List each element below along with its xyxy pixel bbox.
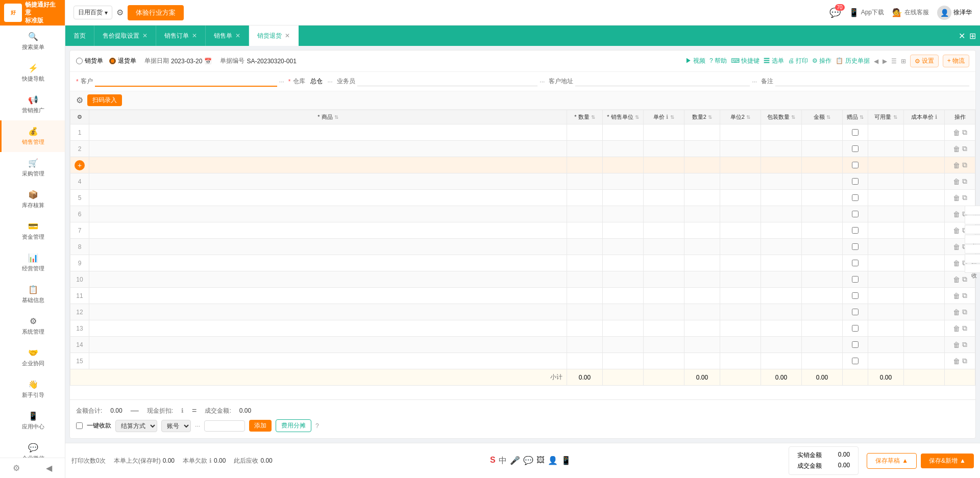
gift-check-12[interactable] xyxy=(852,309,859,315)
cell-product-9[interactable] xyxy=(89,255,567,271)
cell-price-5[interactable] xyxy=(643,190,684,206)
cell-unit2-6[interactable] xyxy=(720,206,761,222)
radio-return[interactable]: 退货单 xyxy=(109,57,136,65)
cell-amount-11[interactable] xyxy=(801,288,842,304)
warehouse-dots[interactable]: ··· xyxy=(328,78,333,85)
copy-icon-4[interactable]: ⧉ xyxy=(962,177,967,186)
fee-help-icon[interactable]: ? xyxy=(315,422,319,430)
cell-product-2[interactable] xyxy=(89,141,567,157)
sidebar-item-11[interactable]: 👋新手引导 xyxy=(0,373,65,405)
gift-check-10[interactable] xyxy=(852,276,859,283)
cell-amount-14[interactable] xyxy=(801,337,842,353)
cell-unit2-15[interactable] xyxy=(720,353,761,369)
cell-cost-13[interactable] xyxy=(904,320,945,337)
cell-product-4[interactable] xyxy=(89,173,567,190)
cell-avail-9[interactable] xyxy=(868,255,904,271)
cell-avail-3[interactable] xyxy=(868,157,904,173)
cell-cost-1[interactable] xyxy=(904,124,945,141)
delete-icon-13[interactable]: 🗑 xyxy=(953,324,960,333)
cell-cost-11[interactable] xyxy=(904,288,945,304)
history-prev-icon[interactable]: ◀ xyxy=(874,58,878,65)
gift-check-5[interactable] xyxy=(852,194,859,201)
topbar-gear-icon[interactable]: ⚙ xyxy=(116,8,124,17)
cell-product-6[interactable] xyxy=(89,206,567,222)
sidebar-item-3[interactable]: 💰销售管理 xyxy=(0,120,65,152)
cell-unit2-7[interactable] xyxy=(720,222,761,239)
tab-0[interactable]: 首页 xyxy=(65,26,94,46)
cell-amount-3[interactable] xyxy=(801,157,842,173)
copy-icon-3[interactable]: ⧉ xyxy=(962,161,967,169)
cell-price-4[interactable] xyxy=(643,173,684,190)
delete-icon-2[interactable]: 🗑 xyxy=(953,145,960,153)
cell-price-9[interactable] xyxy=(643,255,684,271)
cell-pack-8[interactable] xyxy=(761,239,801,255)
user-menu[interactable]: 👤 徐泽华 xyxy=(937,6,972,20)
cell-unit-4[interactable] xyxy=(602,173,643,190)
sidebar-item-8[interactable]: 📋基础信息 xyxy=(0,279,65,310)
cell-amount-1[interactable] xyxy=(801,124,842,141)
gift-check-9[interactable] xyxy=(852,260,859,266)
cell-cost-12[interactable] xyxy=(904,304,945,320)
scan-btn[interactable]: 扫码录入 xyxy=(87,94,122,106)
copy-icon-13[interactable]: ⧉ xyxy=(962,324,967,333)
cell-qty-8[interactable] xyxy=(567,239,602,255)
calc-select[interactable]: 结算方式 xyxy=(115,420,157,432)
cell-pack-5[interactable] xyxy=(761,190,801,206)
cell-avail-8[interactable] xyxy=(868,239,904,255)
cell-cost-5[interactable] xyxy=(904,190,945,206)
cell-unit2-12[interactable] xyxy=(720,304,761,320)
cell-price-6[interactable] xyxy=(643,206,684,222)
cell-unit2-11[interactable] xyxy=(720,288,761,304)
cell-pack-6[interactable] xyxy=(761,206,801,222)
copy-icon-2[interactable]: ⧉ xyxy=(962,144,967,153)
rs-btn-4[interactable]: 单 xyxy=(965,244,980,254)
sidebar-item-7[interactable]: 📊经营管理 xyxy=(0,247,65,279)
sidebar-item-9[interactable]: ⚙系统管理 xyxy=(0,310,65,342)
cell-product-11[interactable] xyxy=(89,288,567,304)
radio-sale[interactable]: 销货单 xyxy=(76,57,103,65)
message-badge[interactable]: 💬 70 xyxy=(829,7,841,18)
cell-avail-7[interactable] xyxy=(868,222,904,239)
cell-cost-15[interactable] xyxy=(904,353,945,369)
cell-qty-15[interactable] xyxy=(567,353,602,369)
footer-icon-s[interactable]: S xyxy=(490,456,496,466)
delete-icon-4[interactable]: 🗑 xyxy=(953,178,960,186)
cell-amount-9[interactable] xyxy=(801,255,842,271)
add-payment-btn[interactable]: 添加 xyxy=(249,420,272,432)
action-help[interactable]: ? 帮助 xyxy=(709,57,727,65)
setting-btn[interactable]: ⚙ 设置 xyxy=(910,55,939,67)
cell-unit-3[interactable] xyxy=(602,157,643,173)
footer-icon-mic[interactable]: 🎤 xyxy=(510,456,520,466)
cell-product-12[interactable] xyxy=(89,304,567,320)
rs-btn-6[interactable]: 收 xyxy=(965,264,980,273)
cell-qty2-4[interactable] xyxy=(684,173,720,190)
cell-qty-5[interactable] xyxy=(567,190,602,206)
add-logistic-btn[interactable]: + 物流 xyxy=(943,55,969,67)
cell-qty-7[interactable] xyxy=(567,222,602,239)
cell-product-3[interactable] xyxy=(89,157,567,173)
gift-check-2[interactable] xyxy=(852,145,859,152)
cell-avail-5[interactable] xyxy=(868,190,904,206)
acc-dots[interactable]: ··· xyxy=(195,422,200,430)
cell-qty2-5[interactable] xyxy=(684,190,720,206)
cell-unit2-3[interactable] xyxy=(720,157,761,173)
table-gear-icon[interactable]: ⚙ xyxy=(76,95,83,105)
tab-4[interactable]: 销货退货✕ xyxy=(249,26,299,46)
sidebar-item-10[interactable]: 🤝企业协同 xyxy=(0,342,65,373)
cell-qty2-8[interactable] xyxy=(684,239,720,255)
exp-btn[interactable]: 体验行业方案 xyxy=(128,5,184,20)
cell-unit-14[interactable] xyxy=(602,337,643,353)
cell-qty-1[interactable] xyxy=(567,124,602,141)
cell-pack-12[interactable] xyxy=(761,304,801,320)
cell-pack-10[interactable] xyxy=(761,271,801,288)
cell-unit-1[interactable] xyxy=(602,124,643,141)
cell-qty-10[interactable] xyxy=(567,271,602,288)
copy-icon-11[interactable]: ⧉ xyxy=(962,291,967,300)
copy-icon-10[interactable]: ⧉ xyxy=(962,275,967,284)
cell-price-1[interactable] xyxy=(643,124,684,141)
cell-avail-15[interactable] xyxy=(868,353,904,369)
cell-cost-6[interactable] xyxy=(904,206,945,222)
cell-qty2-1[interactable] xyxy=(684,124,720,141)
cell-unit2-10[interactable] xyxy=(720,271,761,288)
cell-qty2-15[interactable] xyxy=(684,353,720,369)
